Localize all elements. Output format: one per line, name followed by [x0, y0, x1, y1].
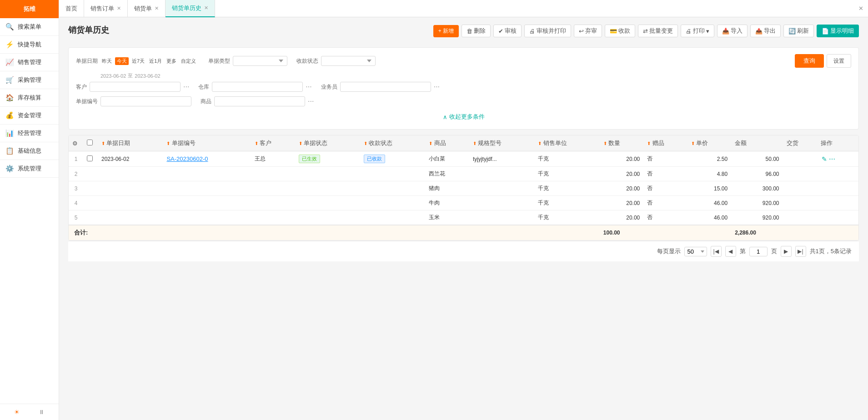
sidebar-item-inventory[interactable]: 🏠 库存核算: [0, 89, 59, 107]
th-spec-type[interactable]: ⬆ 规格型号: [469, 135, 534, 151]
cell-checkbox[interactable]: [83, 196, 98, 210]
sidebar-bottom-icon1[interactable]: ☀: [14, 409, 20, 415]
sidebar-logo: 拓维: [0, 0, 59, 18]
warehouse-label: 仓库: [198, 83, 209, 91]
cell-checkbox[interactable]: [83, 151, 98, 167]
show-detail-button[interactable]: 📄 显示明细: [817, 25, 859, 37]
select-all-checkbox[interactable]: [87, 140, 93, 145]
detail-icon: 📄: [822, 28, 829, 35]
salesperson-dots[interactable]: ···: [434, 83, 440, 91]
sidebar-item-search-menu[interactable]: 🔍 搜索菜单: [0, 18, 59, 36]
doc-type-label: 单据类型: [208, 57, 230, 65]
edit-icon[interactable]: ✎: [822, 155, 827, 163]
close-sales-order-tab[interactable]: ✕: [117, 5, 121, 11]
main-area: 首页 销售订单 ✕ 销货单 ✕ 销货单历史 ✕ ✕ 销货单历史 + 新增 🗑 删…: [59, 0, 868, 420]
tab-sales-history[interactable]: 销货单历史 ✕: [166, 0, 215, 17]
collect-button[interactable]: 💳 收款: [605, 25, 635, 37]
sidebar-item-basic-info[interactable]: 📋 基础信息: [0, 142, 59, 160]
th-customer[interactable]: ⬆ 客户: [251, 135, 295, 151]
date-from: 2023-06-02: [100, 73, 126, 79]
warehouse-dots[interactable]: ···: [306, 83, 311, 91]
filter-goods: 商品 ···: [201, 96, 314, 106]
goods-dots[interactable]: ···: [308, 97, 314, 105]
audit-print-button[interactable]: 🖨 审核并打印: [524, 25, 571, 37]
collapse-button[interactable]: ∧ 收起更多条件: [76, 111, 851, 123]
cell-sales-unit: 千克: [534, 196, 599, 210]
refresh-button[interactable]: 🔄 刷新: [783, 25, 814, 37]
th-doc-status[interactable]: ⬆ 单据状态: [295, 135, 360, 151]
th-sales-unit[interactable]: ⬆ 销售单位: [534, 135, 599, 151]
collect-status-select[interactable]: [321, 56, 376, 66]
page-number-input[interactable]: [749, 247, 768, 256]
filter-panel: 单据日期 昨天 今天 近7天 近1月 更多 自定义 单据类型: [68, 47, 859, 130]
th-goods[interactable]: ⬆ 商品: [425, 135, 469, 151]
prev-page-btn[interactable]: ◀: [725, 246, 736, 257]
filter-doc-num: 单据编号: [76, 96, 191, 106]
th-doc-date[interactable]: ⬆ 单据日期: [98, 135, 163, 151]
print-button[interactable]: 🖨 打印 ▾: [681, 25, 714, 37]
th-gift[interactable]: ⬆ 赠品: [643, 135, 687, 151]
cell-gift: 否: [643, 210, 687, 225]
shortcut-yesterday[interactable]: 昨天: [100, 57, 113, 65]
setting-button[interactable]: 设置: [827, 54, 851, 68]
more-icon[interactable]: ⋯: [829, 155, 835, 163]
th-settings[interactable]: ⚙: [69, 135, 83, 151]
audit-button[interactable]: ✔ 审核: [493, 25, 522, 37]
cell-checkbox[interactable]: [83, 167, 98, 181]
shortcut-custom[interactable]: 自定义: [180, 57, 197, 65]
cell-row-num: 2: [69, 167, 83, 181]
query-button[interactable]: 查询: [795, 54, 824, 68]
sidebar-item-ops-mgmt[interactable]: 📊 经营管理: [0, 125, 59, 142]
sidebar-item-sys-mgmt[interactable]: ⚙️ 系统管理: [0, 160, 59, 178]
first-page-btn[interactable]: |◀: [711, 246, 722, 257]
next-page-btn[interactable]: ▶: [781, 246, 792, 257]
doc-num-input[interactable]: [100, 96, 191, 106]
tab-home[interactable]: 首页: [59, 0, 84, 17]
settings-icon: ⚙: [72, 140, 78, 147]
th-collect-status[interactable]: ⬆ 收款状态: [360, 135, 425, 151]
doc-type-select[interactable]: [233, 56, 287, 66]
tab-sales-delivery[interactable]: 销货单 ✕: [128, 0, 166, 17]
delete-button[interactable]: 🗑 删除: [462, 25, 491, 37]
sidebar-item-finance[interactable]: 💰 资金管理: [0, 107, 59, 125]
customer-input[interactable]: [90, 82, 181, 92]
sidebar-item-sales-mgmt[interactable]: 📈 销售管理: [0, 54, 59, 71]
shortcut-more[interactable]: 更多: [165, 57, 178, 65]
table-row: 5 玉米 千克 20.00 否 46.00 920.00: [69, 210, 858, 225]
cell-doc-num: [163, 181, 251, 196]
th-unit-price[interactable]: ⬆ 单价: [687, 135, 731, 151]
sidebar-bottom-icon2[interactable]: ⏸: [39, 409, 45, 415]
cell-checkbox[interactable]: [83, 181, 98, 196]
cell-collect-status: [360, 210, 425, 225]
close-sales-delivery-tab[interactable]: ✕: [155, 5, 159, 11]
goods-input[interactable]: [214, 96, 305, 106]
import-button[interactable]: 📥 导入: [717, 25, 748, 37]
close-sales-history-tab[interactable]: ✕: [204, 5, 208, 11]
shortcut-1month[interactable]: 近1月: [148, 57, 163, 65]
filter-warehouse: 仓库 ···: [198, 82, 311, 92]
doc-num-link[interactable]: SA-20230602-0: [166, 155, 208, 162]
last-page-btn[interactable]: ▶|: [795, 246, 806, 257]
per-page-select[interactable]: 50 10 20 100: [684, 247, 707, 256]
tab-sales-order[interactable]: 销售订单 ✕: [84, 0, 128, 17]
cell-doc-num: SA-20230602-0: [163, 151, 251, 167]
th-quantity[interactable]: ⬆ 数量: [600, 135, 643, 151]
print-icon: 🖨: [686, 28, 692, 35]
sidebar-item-purchase-mgmt[interactable]: 🛒 采购管理: [0, 71, 59, 89]
customer-dots[interactable]: ···: [183, 83, 189, 91]
shortcut-7days[interactable]: 近7天: [130, 57, 146, 65]
th-doc-num[interactable]: ⬆ 单据编号: [163, 135, 251, 151]
warehouse-input[interactable]: [212, 82, 303, 92]
summary-row: 合计: 100.00 2,286.00: [69, 225, 858, 240]
shortcut-today[interactable]: 今天: [115, 57, 129, 65]
cell-row-num: 3: [69, 181, 83, 196]
new-button[interactable]: + 新增: [433, 25, 459, 37]
sidebar-item-quick-nav[interactable]: ⚡ 快捷导航: [0, 36, 59, 54]
cell-checkbox[interactable]: [83, 210, 98, 225]
batch-change-button[interactable]: ⇄ 批量变更: [638, 25, 678, 37]
th-checkbox[interactable]: [83, 135, 98, 151]
close-all-tabs-btn[interactable]: ✕: [854, 5, 868, 12]
abandon-button[interactable]: ↩ 弃审: [574, 25, 602, 37]
export-button[interactable]: 📤 导出: [750, 25, 781, 37]
salesperson-input[interactable]: [340, 82, 431, 92]
